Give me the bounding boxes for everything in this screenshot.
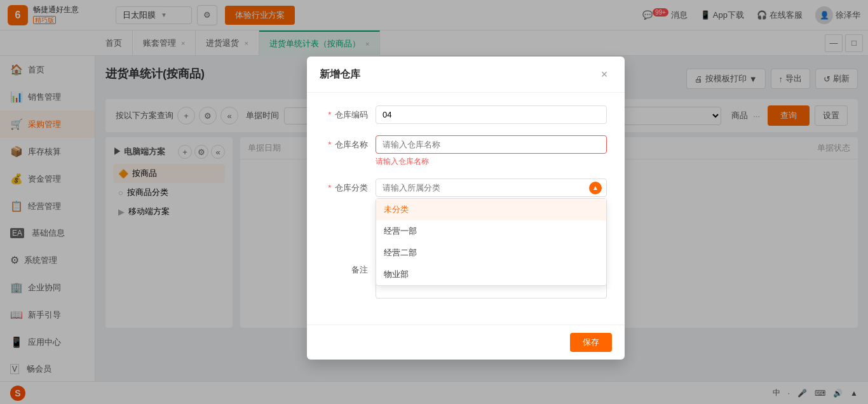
- warehouse-category-row: 仓库分类 ▲ 未分类 经营一部 经营二部 物业部: [325, 178, 607, 197]
- new-warehouse-modal: 新增仓库 × 仓库编码 仓库名称 请输入仓库名称 仓库分类: [307, 57, 625, 360]
- remark-label: 备注: [325, 260, 376, 276]
- modal-close-button[interactable]: ×: [597, 67, 612, 82]
- warehouse-code-label: 仓库编码: [325, 105, 376, 121]
- warehouse-name-error: 请输入仓库名称: [376, 156, 607, 167]
- modal-title: 新增仓库: [320, 68, 360, 81]
- dropdown-item-dept2[interactable]: 经营二部: [376, 242, 606, 264]
- modal-header: 新增仓库 ×: [307, 57, 625, 93]
- dropdown-item-dept1[interactable]: 经营一部: [376, 220, 606, 242]
- dropdown-item-uncategorized[interactable]: 未分类: [376, 199, 606, 220]
- warehouse-code-input[interactable]: [376, 105, 607, 124]
- warehouse-code-row: 仓库编码: [325, 105, 607, 124]
- modal-body: 仓库编码 仓库名称 请输入仓库名称 仓库分类 ▲: [307, 93, 625, 325]
- warehouse-name-input[interactable]: [376, 135, 607, 154]
- category-dropdown-arrow[interactable]: ▲: [589, 182, 602, 194]
- save-button[interactable]: 保存: [570, 333, 612, 352]
- warehouse-name-label: 仓库名称: [325, 135, 376, 151]
- modal-footer: 保存: [307, 325, 625, 360]
- warehouse-category-label: 仓库分类: [325, 178, 376, 194]
- category-dropdown-list: 未分类 经营一部 经营二部 物业部: [376, 198, 607, 286]
- warehouse-category-input[interactable]: [376, 178, 607, 197]
- warehouse-name-row: 仓库名称 请输入仓库名称: [325, 135, 607, 167]
- dropdown-item-property[interactable]: 物业部: [376, 264, 606, 285]
